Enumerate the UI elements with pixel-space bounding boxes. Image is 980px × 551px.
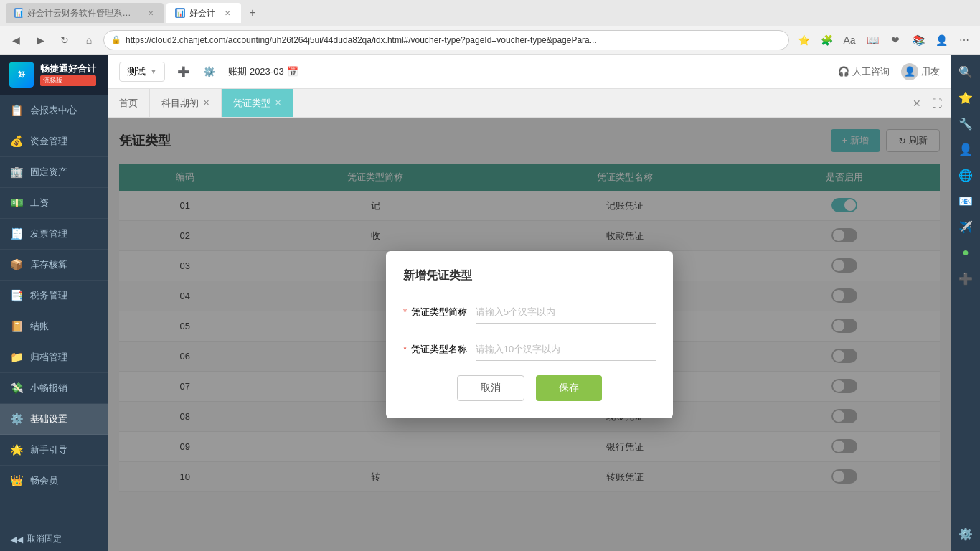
sidebar-item-guide[interactable]: 🌟 新手引导 — [0, 435, 108, 466]
right-green-icon[interactable]: ● — [954, 241, 977, 264]
dashboard-icon: 📋 — [10, 104, 23, 117]
sidebar-item-tax[interactable]: 📑 税务管理 — [0, 281, 108, 311]
page-content: 凭证类型 + 新增 ↻ 刷新 编码 凭证类型简称 凭证类型名称 是否启用 — [108, 118, 951, 551]
sidebar-label-salary: 工资 — [30, 197, 49, 209]
forward-button[interactable]: ▶ — [30, 30, 50, 50]
abbr-label: * 凭证类型简称 — [403, 306, 467, 319]
sidebar-item-salary[interactable]: 💵 工资 — [0, 188, 108, 219]
sidebar-item-dashboard[interactable]: 📋 会报表中心 — [0, 95, 108, 126]
sidebar-label-guide: 新手引导 — [30, 443, 67, 456]
home-button[interactable]: ⌂ — [79, 30, 99, 50]
sidebar-label-dashboard: 会报表中心 — [30, 104, 77, 117]
name-required-star: * — [403, 344, 407, 354]
tab-icon-2: 📊 — [175, 8, 185, 18]
abbr-required-star: * — [403, 306, 407, 317]
archive-icon: 📁 — [10, 351, 23, 364]
sidebar-label-invoice: 发票管理 — [30, 227, 67, 240]
sidebar-item-inventory[interactable]: 📦 库存核算 — [0, 250, 108, 281]
salary-icon: 💵 — [10, 197, 23, 209]
more-icon[interactable]: ⋯ — [954, 30, 974, 50]
tax-icon: 📑 — [10, 289, 23, 302]
sidebar-item-assets[interactable]: 🏢 固定资产 — [0, 157, 108, 188]
browser-tab-1[interactable]: 📊 好会计云财务软件管理系统_会计 ✕ — [6, 3, 164, 23]
company-arrow-icon: ▼ — [150, 67, 157, 75]
tab-expand-actions: ✕ ⛶ — [903, 95, 951, 112]
right-user-icon[interactable]: 👤 — [954, 138, 977, 161]
sidebar-item-archive[interactable]: 📁 归档管理 — [0, 342, 108, 373]
right-search-icon[interactable]: 🔍 — [954, 60, 977, 83]
extension-icon[interactable]: 🧩 — [816, 30, 837, 50]
member-icon: 👑 — [10, 474, 23, 487]
tab-subject-close[interactable]: ✕ — [203, 98, 209, 108]
sidebar-label-assets: 固定资产 — [30, 166, 67, 179]
settings-icon: ⚙️ — [10, 413, 23, 425]
add-company-button[interactable]: ➕ — [174, 62, 194, 82]
period-value: 2023-03 — [250, 66, 284, 77]
modal-title: 新增凭证类型 — [403, 268, 656, 283]
modal-overlay: 新增凭证类型 * 凭证类型简称 * 凭证类型名称 — [108, 118, 951, 551]
tab-bar: 📊 好会计云财务软件管理系统_会计 ✕ 📊 好会计 ✕ + — [0, 0, 980, 26]
abbr-input[interactable] — [476, 301, 656, 324]
collections-icon[interactable]: 📚 — [908, 30, 928, 50]
sidebar-item-finance[interactable]: 💰 资金管理 — [0, 126, 108, 157]
logo-icon: 好 — [9, 62, 34, 88]
tab-subject[interactable]: 科目期初 ✕ — [150, 89, 222, 118]
browser-chrome: 📊 好会计云财务软件管理系统_会计 ✕ 📊 好会计 ✕ + ◀ ▶ ↻ ⌂ 🔒 … — [0, 0, 980, 55]
sidebar-item-member[interactable]: 👑 畅会员 — [0, 466, 108, 496]
profile-icon[interactable]: 👤 — [931, 30, 951, 50]
sidebar-logo: 好 畅捷通好合计 流畅版 — [0, 55, 108, 95]
url-text: https://cloud2.chanjet.com/accounting/uh… — [126, 35, 781, 45]
cancel-button[interactable]: 取消 — [457, 375, 524, 401]
tab-voucher-label: 凭证类型 — [233, 97, 270, 110]
back-button[interactable]: ◀ — [6, 30, 26, 50]
unpin-sidebar-button[interactable]: ◀◀ 取消固定 — [0, 527, 108, 551]
tab-voucher-close[interactable]: ✕ — [275, 98, 281, 108]
tab-label-1: 好会计云财务软件管理系统_会计 — [27, 7, 138, 19]
new-tab-button[interactable]: + — [244, 4, 261, 22]
inventory-icon: 📦 — [10, 258, 23, 271]
right-star-icon[interactable]: ⭐ — [954, 86, 977, 109]
guide-icon: 🌟 — [10, 443, 23, 456]
save-button[interactable]: 保存 — [536, 375, 602, 401]
logo-badge: 流畅版 — [40, 75, 96, 86]
consult-button[interactable]: 🎧 人工咨询 — [838, 65, 890, 78]
tab-voucher-type[interactable]: 凭证类型 ✕ — [222, 89, 293, 118]
url-bar[interactable]: 🔒 https://cloud2.chanjet.com/accounting/… — [103, 30, 789, 50]
refresh-button[interactable]: ↻ — [55, 30, 75, 50]
name-input[interactable] — [476, 338, 656, 361]
tab-icon-1: 📊 — [14, 8, 23, 18]
sidebar-label-member: 畅会员 — [30, 474, 58, 487]
unpin-label: 取消固定 — [27, 533, 62, 545]
finance-icon: 💰 — [10, 135, 23, 148]
reader-icon[interactable]: 📖 — [862, 30, 882, 50]
right-send-icon[interactable]: ✈️ — [954, 215, 977, 238]
consult-label: 人工咨询 — [852, 65, 890, 78]
tab-close-2[interactable]: ✕ — [222, 8, 232, 18]
right-tools-icon[interactable]: 🔧 — [954, 112, 977, 135]
right-globe-icon[interactable]: 🌐 — [954, 164, 977, 187]
tab-close-1[interactable]: ✕ — [146, 8, 155, 18]
right-settings-icon[interactable]: ⚙️ — [954, 522, 977, 545]
translate-icon[interactable]: Aa — [839, 30, 859, 50]
minimize-panel-icon[interactable]: ✕ — [908, 95, 925, 112]
sidebar-label-tax: 税务管理 — [30, 289, 67, 302]
sidebar: 好 畅捷通好合计 流畅版 📋 会报表中心 💰 资金管理 🏢 固定资产 💵 工资 … — [0, 55, 108, 551]
app-header: 测试 ▼ ➕ ⚙️ 账期 2023-03 📅 🎧 人工咨询 👤 — [108, 55, 951, 89]
tab-home[interactable]: 首页 — [108, 89, 150, 118]
browser-toolbar: ◀ ▶ ↻ ⌂ 🔒 https://cloud2.chanjet.com/acc… — [0, 26, 980, 55]
sidebar-item-invoice[interactable]: 🧾 发票管理 — [0, 219, 108, 250]
company-selector[interactable]: 测试 ▼ — [119, 62, 165, 82]
sidebar-item-expense[interactable]: 💸 小畅报销 — [0, 373, 108, 404]
sidebar-item-settle[interactable]: 📔 结账 — [0, 311, 108, 342]
bookmark-icon[interactable]: ⭐ — [793, 30, 814, 50]
browser-tab-2[interactable]: 📊 好会计 ✕ — [166, 3, 241, 23]
right-mail-icon[interactable]: 📧 — [954, 189, 977, 212]
sidebar-item-settings[interactable]: ⚙️ 基础设置 — [0, 404, 108, 435]
maximize-panel-icon[interactable]: ⛶ — [928, 95, 946, 112]
favorites-icon[interactable]: ❤ — [885, 30, 905, 50]
user-menu-button[interactable]: 👤 用友 — [901, 63, 940, 80]
app-container: 好 畅捷通好合计 流畅版 📋 会报表中心 💰 资金管理 🏢 固定资产 💵 工资 … — [0, 55, 980, 551]
main-content: 测试 ▼ ➕ ⚙️ 账期 2023-03 📅 🎧 人工咨询 👤 — [108, 55, 951, 551]
settings-header-button[interactable]: ⚙️ — [199, 62, 220, 82]
right-add-icon[interactable]: ➕ — [954, 267, 977, 290]
